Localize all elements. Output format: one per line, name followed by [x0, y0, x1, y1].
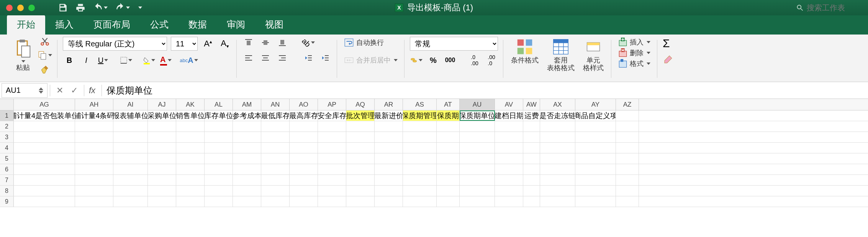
decrease-font-button[interactable]: A▾ — [218, 38, 231, 49]
cell-AJ4[interactable] — [148, 143, 176, 153]
paste-button[interactable]: 粘贴 — [12, 37, 34, 73]
cell-AK4[interactable] — [176, 143, 205, 153]
underline-button[interactable]: U — [97, 54, 110, 66]
cell-AK3[interactable] — [176, 132, 205, 142]
tab-review[interactable]: 审阅 — [217, 15, 255, 35]
cell-AG1[interactable]: 辅计量4是否包装单位 — [14, 110, 75, 121]
cell-AG9[interactable] — [14, 196, 75, 207]
cell-AZ5[interactable] — [616, 153, 639, 164]
font-name-select[interactable]: 等线 Regular (正文) — [63, 37, 167, 51]
cell-AZ2[interactable] — [616, 121, 639, 132]
search-input[interactable] — [807, 3, 860, 12]
column-header-AH[interactable]: AH — [75, 99, 113, 110]
cell-AV8[interactable] — [495, 186, 523, 196]
search-area[interactable] — [796, 3, 860, 12]
column-header-AM[interactable]: AM — [233, 99, 261, 110]
cell-AZ1[interactable] — [616, 110, 639, 121]
format-cells-button[interactable]: 格式 — [617, 58, 652, 69]
copy-button[interactable] — [38, 50, 52, 60]
cell-AM3[interactable] — [233, 132, 261, 142]
align-left-button[interactable] — [242, 52, 255, 64]
format-painter-button[interactable] — [40, 64, 50, 74]
cell-AM2[interactable] — [233, 121, 261, 132]
fill-color-button[interactable] — [142, 54, 156, 66]
cell-AN2[interactable] — [261, 121, 290, 132]
cell-AI3[interactable] — [113, 132, 148, 142]
cell-AY8[interactable] — [575, 186, 616, 196]
close-window-button[interactable] — [6, 5, 13, 11]
cell-AH3[interactable] — [75, 132, 113, 142]
cell-AH7[interactable] — [75, 175, 113, 185]
cell-AL7[interactable] — [205, 175, 233, 185]
cell-AK5[interactable] — [176, 153, 205, 164]
cell-AK6[interactable] — [176, 164, 205, 174]
name-box-spinner[interactable] — [39, 87, 43, 94]
cell-AJ9[interactable] — [148, 196, 176, 207]
cell-AQ1[interactable]: 批次管理 — [346, 110, 375, 121]
tab-insert[interactable]: 插入 — [45, 15, 84, 35]
cell-AV4[interactable] — [495, 143, 523, 153]
cell-AY4[interactable] — [575, 143, 616, 153]
percent-button[interactable]: % — [427, 54, 440, 66]
cell-AU8[interactable] — [460, 186, 495, 196]
cell-AU2[interactable] — [460, 121, 495, 132]
cell-AO7[interactable] — [290, 175, 318, 185]
tab-view[interactable]: 视图 — [255, 15, 293, 35]
cell-AN5[interactable] — [261, 153, 290, 164]
cell-AP7[interactable] — [318, 175, 346, 185]
cell-AT6[interactable] — [437, 164, 460, 174]
cell-AT5[interactable] — [437, 153, 460, 164]
cell-AU1[interactable]: 保质期单位 — [460, 110, 495, 121]
cell-AT3[interactable] — [437, 132, 460, 142]
cell-AL1[interactable]: 库存单位 — [205, 110, 233, 121]
cell-AQ2[interactable] — [346, 121, 375, 132]
currency-button[interactable] — [410, 54, 423, 66]
column-header-AU[interactable]: AU — [460, 99, 495, 110]
cell-AS7[interactable] — [403, 175, 437, 185]
cell-AL5[interactable] — [205, 153, 233, 164]
print-button[interactable] — [75, 3, 85, 13]
bold-button[interactable]: B — [63, 54, 76, 66]
cell-AS8[interactable] — [403, 186, 437, 196]
format-as-table-button[interactable]: 套用 表格格式 — [545, 37, 577, 74]
undo-button[interactable] — [93, 3, 108, 13]
cell-AS3[interactable] — [403, 132, 437, 142]
cell-AT7[interactable] — [437, 175, 460, 185]
cell-AN4[interactable] — [261, 143, 290, 153]
cell-AL9[interactable] — [205, 196, 233, 207]
cell-AX3[interactable] — [540, 132, 575, 142]
column-header-AQ[interactable]: AQ — [346, 99, 375, 110]
align-top-button[interactable] — [242, 37, 255, 48]
tab-data[interactable]: 数据 — [179, 15, 217, 35]
cell-AW8[interactable] — [523, 186, 540, 196]
cell-AL6[interactable] — [205, 164, 233, 174]
tab-home[interactable]: 开始 — [7, 15, 45, 35]
cell-AV6[interactable] — [495, 164, 523, 174]
cell-AJ6[interactable] — [148, 164, 176, 174]
cell-AV3[interactable] — [495, 132, 523, 142]
cell-AV9[interactable] — [495, 196, 523, 207]
cell-AI7[interactable] — [113, 175, 148, 185]
cell-AM5[interactable] — [233, 153, 261, 164]
cell-AH9[interactable] — [75, 196, 113, 207]
cell-AU9[interactable] — [460, 196, 495, 207]
cell-AG6[interactable] — [14, 164, 75, 174]
cell-AQ8[interactable] — [346, 186, 375, 196]
tab-page-layout[interactable]: 页面布局 — [84, 15, 140, 35]
increase-indent-button[interactable] — [319, 52, 332, 64]
column-header-AV[interactable]: AV — [495, 99, 523, 110]
cell-AV7[interactable] — [495, 175, 523, 185]
cell-AP8[interactable] — [318, 186, 346, 196]
column-header-AT[interactable]: AT — [437, 99, 460, 110]
column-header-AR[interactable]: AR — [375, 99, 403, 110]
customize-qat-button[interactable] — [138, 7, 142, 9]
row-header-6[interactable]: 6 — [0, 164, 14, 174]
cell-AM4[interactable] — [233, 143, 261, 153]
cell-AX5[interactable] — [540, 153, 575, 164]
cell-AI5[interactable] — [113, 153, 148, 164]
autosum-button[interactable]: Σ — [663, 37, 670, 50]
cell-AM8[interactable] — [233, 186, 261, 196]
cell-AR6[interactable] — [375, 164, 403, 174]
cell-AL2[interactable] — [205, 121, 233, 132]
cell-AR8[interactable] — [375, 186, 403, 196]
